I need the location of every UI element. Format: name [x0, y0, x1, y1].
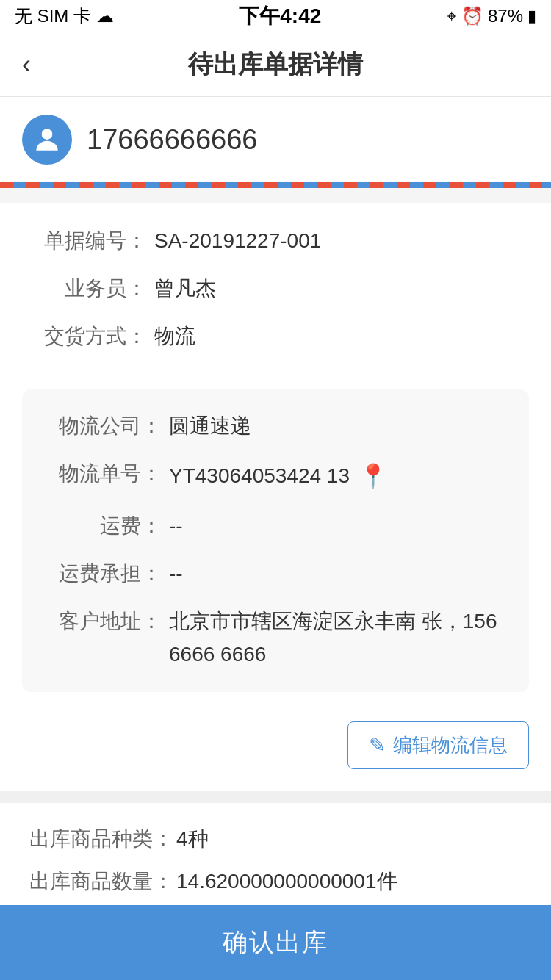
location-indicator: ⌖ [447, 6, 457, 26]
confirm-btn-area: 确认出库 [0, 905, 551, 980]
goods-section: 出库商品种类： 4种 出库商品数量： 14.620000000000001件 [0, 803, 551, 918]
delivery-method-value: 物流 [154, 320, 522, 353]
battery-icon: ▮ [527, 7, 536, 26]
status-time: 下午4:42 [239, 2, 321, 30]
edit-btn-label: 编辑物流信息 [393, 732, 508, 758]
status-bar: 无 SIM 卡 ☁ 下午4:42 ⌖ ⏰ 87% ▮ [0, 0, 551, 32]
section-separator [0, 791, 551, 803]
svg-point-0 [42, 129, 53, 140]
page-title: 待出库单据详情 [188, 48, 363, 82]
user-avatar-icon [31, 123, 63, 156]
goods-quantity-label: 出库商品数量： [29, 868, 176, 896]
freight-bearer-label: 运费承担： [44, 558, 162, 591]
freight-row: 运费： -- [44, 510, 507, 543]
dashed-divider [0, 182, 551, 188]
logistics-card: 物流公司： 圆通速递 物流单号： YT43064053424 13 📍 运费： … [22, 389, 529, 691]
basic-info-section: 单据编号： SA-20191227-001 业务员： 曾凡杰 交货方式： 物流 [0, 203, 551, 375]
tracking-no-row: 物流单号： YT43064053424 13 📍 [44, 458, 507, 495]
sales-person-value: 曾凡杰 [154, 273, 522, 306]
nav-bar: ‹ 待出库单据详情 [0, 32, 551, 97]
carrier-text: 无 SIM 卡 ☁ [15, 4, 114, 28]
location-pin-icon[interactable]: 📍 [359, 458, 388, 495]
document-no-label: 单据编号： [29, 225, 147, 258]
address-label: 客户地址： [44, 605, 162, 638]
tracking-no-value: YT43064053424 13 📍 [169, 458, 507, 495]
status-left: 无 SIM 卡 ☁ [15, 4, 114, 28]
document-no-value: SA-20191227-001 [154, 225, 522, 258]
edit-icon: ✎ [369, 733, 386, 757]
sales-person-row: 业务员： 曾凡杰 [29, 273, 522, 306]
goods-types-row: 出库商品种类： 4种 [29, 825, 522, 853]
battery-text: 87% [488, 6, 523, 26]
tracking-no-text: YT43064053424 13 [169, 460, 350, 493]
delivery-method-row: 交货方式： 物流 [29, 320, 522, 353]
freight-label: 运费： [44, 510, 162, 543]
logistics-company-label: 物流公司： [44, 410, 162, 443]
freight-bearer-row: 运费承担： -- [44, 558, 507, 591]
edit-btn-row: ✎ 编辑物流信息 [0, 707, 551, 791]
document-no-row: 单据编号： SA-20191227-001 [29, 225, 522, 258]
freight-bearer-value: -- [169, 558, 507, 591]
tracking-no-label: 物流单号： [44, 458, 162, 491]
edit-logistics-button[interactable]: ✎ 编辑物流信息 [347, 721, 529, 769]
goods-quantity-row: 出库商品数量： 14.620000000000001件 [29, 868, 522, 896]
freight-value: -- [169, 510, 507, 543]
logistics-company-row: 物流公司： 圆通速递 [44, 410, 507, 443]
avatar [22, 115, 72, 165]
confirm-outbound-button[interactable]: 确认出库 [223, 926, 328, 959]
back-button[interactable]: ‹ [22, 49, 31, 80]
goods-types-label: 出库商品种类： [29, 825, 176, 853]
customer-section: 17666666666 [0, 97, 551, 182]
logistics-company-value: 圆通速递 [169, 410, 507, 443]
delivery-method-label: 交货方式： [29, 320, 147, 353]
logistics-wrapper: 物流公司： 圆通速递 物流单号： YT43064053424 13 📍 运费： … [0, 375, 551, 790]
alarm-icon: ⏰ [461, 6, 483, 26]
customer-phone: 17666666666 [87, 124, 257, 156]
address-value: 北京市市辖区海淀区永丰南 张，156 6666 6666 [169, 605, 507, 671]
goods-types-value: 4种 [176, 825, 522, 853]
address-row: 客户地址： 北京市市辖区海淀区永丰南 张，156 6666 6666 [44, 605, 507, 671]
goods-quantity-value: 14.620000000000001件 [176, 868, 522, 896]
sales-person-label: 业务员： [29, 273, 147, 306]
status-right: ⌖ ⏰ 87% ▮ [447, 6, 536, 26]
